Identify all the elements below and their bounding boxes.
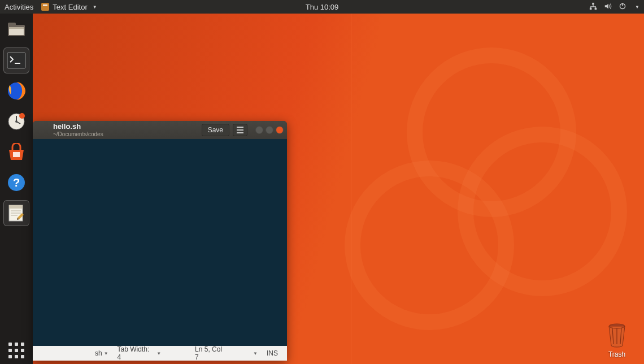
minimize-button[interactable] xyxy=(255,126,263,134)
launcher-help[interactable]: ? xyxy=(3,170,29,196)
svg-rect-20 xyxy=(9,205,23,209)
svg-rect-1 xyxy=(590,7,592,10)
window-title: hello.sh xyxy=(53,123,103,131)
trash-label: Trash xyxy=(606,350,628,358)
editor-textarea[interactable] xyxy=(33,139,287,346)
window-subtitle: ~/Documents/codes xyxy=(53,131,103,137)
insert-mode[interactable]: INS xyxy=(263,349,281,357)
launcher-clocks[interactable] xyxy=(3,109,29,135)
launcher-dock: ? xyxy=(0,14,33,364)
launcher-files[interactable] xyxy=(3,17,29,43)
launcher-firefox[interactable] xyxy=(3,78,29,104)
app-menu[interactable]: Text Editor ▼ xyxy=(41,3,97,11)
launcher-software[interactable] xyxy=(3,139,29,165)
hamburger-menu[interactable] xyxy=(233,124,247,136)
activities-button[interactable]: Activities xyxy=(5,3,33,11)
save-button[interactable]: Save xyxy=(202,124,229,136)
svg-rect-4 xyxy=(622,3,623,6)
power-icon[interactable] xyxy=(619,2,626,12)
svg-rect-8 xyxy=(8,23,16,27)
tab-width-selector[interactable]: Tab Width: 4▼ xyxy=(114,345,165,361)
gnome-topbar: Activities Text Editor ▼ Thu 10:09 ▼ xyxy=(0,0,644,14)
close-button[interactable] xyxy=(276,126,284,134)
launcher-text-editor[interactable] xyxy=(3,200,29,226)
text-editor-icon xyxy=(41,3,49,11)
volume-icon[interactable] xyxy=(604,2,612,12)
text-editor-window: hello.sh ~/Documents/codes Save sh▼ Tab … xyxy=(33,121,287,361)
wallpaper-decoration xyxy=(345,161,514,330)
svg-point-15 xyxy=(19,113,25,119)
svg-rect-16 xyxy=(13,152,20,157)
desktop-trash[interactable]: Trash xyxy=(606,323,628,358)
statusbar: sh▼ Tab Width: 4▼ Ln 5, Col 7 ▼ INS xyxy=(33,346,287,361)
svg-rect-2 xyxy=(595,7,597,10)
language-selector[interactable]: sh▼ xyxy=(92,349,112,357)
show-applications[interactable] xyxy=(0,343,33,358)
svg-text:?: ? xyxy=(13,176,20,189)
clock[interactable]: Thu 10:09 xyxy=(306,3,339,11)
cursor-position[interactable]: Ln 5, Col 7 ▼ xyxy=(192,345,261,361)
launcher-terminal[interactable] xyxy=(3,47,29,73)
window-titlebar[interactable]: hello.sh ~/Documents/codes Save xyxy=(33,121,287,139)
svg-rect-11 xyxy=(7,53,25,68)
maximize-button[interactable] xyxy=(266,126,273,134)
chevron-down-icon: ▼ xyxy=(93,5,97,10)
svg-rect-10 xyxy=(9,27,24,29)
network-icon[interactable] xyxy=(589,2,597,12)
chevron-down-icon[interactable]: ▼ xyxy=(635,5,639,10)
svg-rect-0 xyxy=(592,2,594,5)
